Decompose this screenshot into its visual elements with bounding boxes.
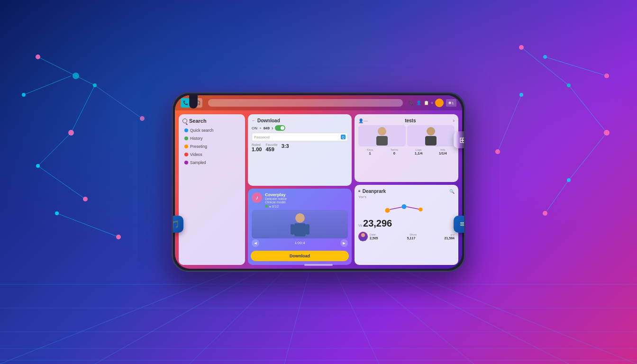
cover-section: ♪ Coverplay Delicate notice Clinical mod… xyxy=(248,189,352,265)
music-icon: ♪ xyxy=(252,192,262,203)
svg-point-53 xyxy=(427,127,435,136)
stat-info: Info 1/1/4 xyxy=(431,148,455,155)
svg-rect-52 xyxy=(376,136,388,146)
download-panel-header: ← Download xyxy=(252,118,348,123)
dashboard-bottom: Date Shots p-v 2,505 5,117 21,584 xyxy=(358,232,455,241)
tests-panel: 👤 — tests › xyxy=(355,114,458,182)
cover-content: ♪ Coverplay Delicate notice Clinical mod… xyxy=(252,192,348,208)
download-toggle-row: ON + 849 › xyxy=(252,125,348,131)
svg-point-57 xyxy=(402,204,407,209)
person-card-1 xyxy=(358,125,406,146)
nav-arrows: ◄ 1:00:4 ► xyxy=(252,239,348,247)
search-panel: Search Quick search History Preseting xyxy=(179,114,245,265)
middle-column: ← Download ON + 849 › Password Q xyxy=(248,114,352,265)
download-button[interactable]: Download xyxy=(251,251,349,261)
stat-keys: Keys 1 xyxy=(358,148,382,155)
phone-content: Search Quick search History Preseting xyxy=(175,110,462,269)
menu-item-history[interactable]: History xyxy=(182,135,241,142)
menu-dot xyxy=(184,153,188,156)
side-icon-menu[interactable]: ≡ xyxy=(454,216,465,233)
tests-header: 👤 — tests › xyxy=(358,118,455,123)
search-button-icon[interactable]: Q xyxy=(341,135,346,139)
phone-body: 📞 🎧 📞 👤 📋 › ✱1 xyxy=(172,92,465,272)
stat-favorite: Favorite 459 xyxy=(265,143,277,152)
menu-dot xyxy=(184,136,188,140)
dashboard-avatar xyxy=(358,232,368,241)
cover-text: Coverplay Delicate notice Clinical model… xyxy=(265,192,348,208)
menu-item-sampled[interactable]: Sampled xyxy=(182,159,241,166)
topbar-right-section: 📞 👤 📋 › ✱1 xyxy=(409,99,456,107)
menu-item-videos[interactable]: Videos xyxy=(182,151,241,158)
topbar-search-bar[interactable] xyxy=(208,99,403,107)
people-grid xyxy=(358,125,455,146)
stat-misc: 3:3 xyxy=(282,143,289,152)
person-card-2 xyxy=(407,125,455,146)
stat-rated: Rated 1.00 xyxy=(252,143,262,152)
time-display: 1:00:4 xyxy=(294,241,305,245)
side-icon-grid[interactable]: ⊞ xyxy=(454,131,465,148)
svg-point-55 xyxy=(385,208,390,213)
menu-dot xyxy=(184,161,188,164)
svg-point-51 xyxy=(378,127,386,136)
side-icon-music[interactable]: 🎵 xyxy=(172,216,183,233)
person-thumbnail xyxy=(252,210,348,238)
right-column: 👤 — tests › xyxy=(355,114,458,265)
download-panel: ← Download ON + 849 › Password Q xyxy=(248,114,352,186)
svg-rect-61 xyxy=(360,237,366,241)
dashboard-panel: ≡ Deanprark 🔍 Yor's xyxy=(355,185,458,265)
phone-mockup: 📞 🎧 📞 👤 📋 › ✱1 xyxy=(172,92,465,272)
menu-item-preseting[interactable]: Preseting xyxy=(182,143,241,150)
svg-point-60 xyxy=(361,233,365,237)
password-input[interactable]: Password Q xyxy=(252,133,348,141)
search-panel-title: Search xyxy=(182,118,241,124)
svg-point-59 xyxy=(419,208,423,211)
dashboard-header: ≡ Deanprark 🔍 xyxy=(358,189,455,194)
topbar-phone-icon[interactable]: 📞 xyxy=(181,98,190,108)
svg-rect-50 xyxy=(306,224,309,235)
stat-terms: Terms 0 xyxy=(382,148,406,155)
phone-home-bar xyxy=(304,264,333,266)
tests-stats-grid: Keys 1 Terms 0 Logs 1,1/4 xyxy=(358,148,455,155)
menu-dot xyxy=(184,145,188,148)
phone-screen: 📞 🎧 📞 👤 📋 › ✱1 xyxy=(175,95,462,269)
stat-logs: Logs 1,1/4 xyxy=(407,148,430,155)
dashboard-stats: Date Shots p-v 2,505 5,117 21,584 xyxy=(370,233,455,240)
phone-topbar: 📞 🎧 📞 👤 📋 › ✱1 xyxy=(175,95,462,110)
topbar-badge[interactable]: ✱1 xyxy=(446,99,456,107)
stats-row: Rated 1.00 Favorite 459 3:3 xyxy=(252,143,348,152)
nav-next-button[interactable]: ► xyxy=(340,239,348,247)
svg-rect-54 xyxy=(425,136,437,146)
phone-notch xyxy=(189,95,198,109)
status-dot-orange xyxy=(435,99,444,107)
svg-rect-49 xyxy=(291,224,294,235)
menu-dot xyxy=(184,128,188,132)
svg-point-47 xyxy=(295,213,305,223)
svg-rect-48 xyxy=(294,223,306,237)
scatter-chart xyxy=(358,201,455,215)
dashboard-search-icon[interactable]: 🔍 xyxy=(449,189,455,194)
tests-nav-next[interactable]: › xyxy=(453,118,455,123)
toggle-switch[interactable] xyxy=(275,125,285,131)
nav-prev-button[interactable]: ◄ xyxy=(252,239,259,247)
svg-line-58 xyxy=(407,207,421,209)
menu-item-quick-search[interactable]: Quick search xyxy=(182,127,241,134)
big-number-row: Va 23,296 xyxy=(358,216,455,231)
search-icon xyxy=(182,118,187,123)
dashboard-subtitle: Yor's xyxy=(358,195,455,199)
status-dot-green xyxy=(265,205,268,208)
